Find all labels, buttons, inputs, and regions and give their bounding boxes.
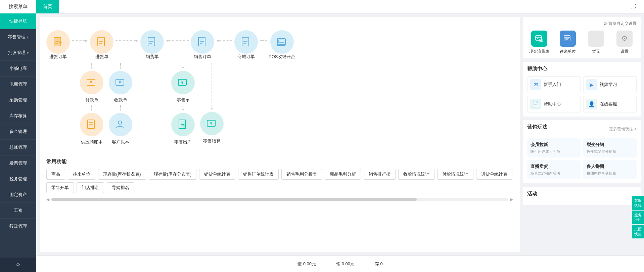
quick-nav-none[interactable]: 暂无 — [584, 31, 608, 54]
flow-node-purchase-order[interactable]: 进货订单 — [46, 30, 70, 60]
sidebar-item-ledger[interactable]: 总账管理 — [0, 140, 36, 155]
marketing-item-member[interactable]: 会员拉新 吸引用户成为会员 — [527, 138, 581, 157]
sidebar-item-purchase[interactable]: 采购管理 — [0, 92, 36, 108]
flow-node-payment-bill[interactable]: ¥ 付款单 — [80, 71, 103, 103]
sidebar-item-invoice[interactable]: 发票管理 — [0, 155, 36, 171]
settings-icon: ⚙ — [616, 31, 633, 47]
flow-node-sales-bill[interactable]: 销货单 — [140, 30, 164, 60]
svg-text:¥: ¥ — [181, 80, 184, 85]
scrollbar-thumb[interactable] — [51, 198, 417, 201]
scroll-left-arrow[interactable]: ◀ — [46, 197, 49, 202]
marketing-group-desc: 拼团购物享受优惠 — [587, 171, 633, 176]
quick-nav-units[interactable]: 往来单位 — [556, 31, 580, 54]
help-grid: ✉ 新手入门 ▶ 视频学习 📄 帮助中心 👤 — [527, 76, 637, 112]
flow-node-sales-order[interactable]: 销售订单 — [191, 30, 214, 60]
quick-btn-payment-stat[interactable]: 付款情况统计 — [437, 169, 473, 180]
marketing-live-desc: 场景式购物新玩法 — [531, 171, 577, 176]
fullscreen-button[interactable]: ⛶ — [631, 3, 637, 10]
quick-functions-title: 常用功能 — [46, 158, 513, 165]
marketing-group-title: 多人拼团 — [587, 164, 633, 170]
sidebar-item-assets[interactable]: 固定资产 — [0, 187, 36, 203]
marketing-member-title: 会员拉新 — [531, 142, 577, 148]
flow-node-retail-settlement[interactable]: ¥ 零售结算 — [200, 112, 224, 144]
sidebar-item-admin[interactable]: 行政管理 — [0, 219, 36, 234]
marketing-item-fission[interactable]: 裂变分销 裂变式发展分销商 — [583, 138, 637, 157]
help-item-beginner[interactable]: ✉ 新手入门 — [527, 76, 581, 93]
quick-btn-store-rank[interactable]: 门店排名 — [77, 182, 104, 193]
sidebar-item-finance[interactable]: 资金管理 — [0, 124, 36, 140]
bottom-purchase: 进 0.00元 — [297, 261, 316, 267]
activity-title: 活动 — [527, 191, 637, 197]
marketing-item-live[interactable]: 直播卖货 场景式购物新玩法 — [527, 160, 581, 179]
side-community[interactable]: 服务社区 — [632, 211, 644, 224]
sidebar-item-retail[interactable]: 零售管理 ▾ — [0, 29, 36, 45]
none-icon — [588, 31, 604, 47]
quick-btn-purchase-stat[interactable]: 进货单统计表 — [476, 169, 512, 180]
sidebar-item-wholesale[interactable]: 批发管理 ▾ — [0, 45, 36, 61]
sidebar-item-payroll[interactable]: 工资 — [0, 203, 36, 219]
side-customer-service[interactable]: 客服热线 — [632, 196, 644, 210]
help-item-video[interactable]: ▶ 视频学习 — [583, 76, 637, 93]
bottom-bar: 进 0.00元 销 0.00元 存 0 — [36, 255, 644, 272]
flow-diagram: 进货订单 ▶ — [46, 24, 513, 158]
scrollbar-track[interactable] — [51, 198, 508, 201]
quick-nav-section: ⚙ 首页自定义设置 ¥ — [523, 17, 641, 58]
helpcenter-icon: 📄 — [530, 99, 541, 109]
sidebar-item-quicknav[interactable]: 快捷导航 — [0, 13, 36, 29]
side-desktop[interactable]: 桌面快捷 — [632, 225, 644, 238]
quick-btn-receipt-stat[interactable]: 收款情况统计 — [398, 169, 434, 180]
horizontal-scrollbar[interactable]: ◀ ▶ — [46, 197, 513, 202]
bottom-sales: 销 0.00元 — [336, 261, 355, 267]
quick-btn-order-stat[interactable]: 销售订单统计表 — [238, 169, 279, 180]
flow-node-purchase-bill[interactable]: 进货单 — [90, 30, 113, 60]
flow-node-supplier-account[interactable]: 供应商账本 — [80, 113, 103, 145]
settings-gear-icon: ⚙ — [603, 21, 607, 26]
sidebar-settings-button[interactable]: ⚙ — [0, 258, 36, 272]
marketing-item-group[interactable]: 多人拼团 拼团购物享受优惠 — [583, 160, 637, 179]
svg-rect-44 — [564, 36, 570, 41]
sidebar-item-tax[interactable]: 税务管理 — [0, 171, 36, 187]
svg-point-36 — [183, 125, 186, 127]
help-section: 帮助中心 ✉ 新手入门 ▶ 视频学习 📄 帮助中心 — [523, 62, 641, 117]
beginner-label: 新手入门 — [544, 82, 561, 88]
quick-nav-settings[interactable]: ⚙ 设置 — [612, 31, 637, 54]
units-label: 往来单位 — [560, 49, 576, 54]
left-panel: 进货订单 ▶ — [40, 17, 520, 252]
quick-btn-sales-profit[interactable]: 销售毛利分析表 — [281, 169, 322, 180]
quick-btn-retail-order[interactable]: 零售开单 — [46, 182, 74, 193]
quick-btn-sales-rank[interactable]: 销售排行榜 — [364, 169, 396, 180]
help-title: 帮助中心 — [527, 66, 637, 72]
flow-node-retail-bill[interactable]: ¥ 零售单 — [171, 71, 195, 103]
quick-nav-cashflow[interactable]: ¥ 现金流量表 — [527, 31, 552, 54]
svg-text:¥: ¥ — [119, 80, 121, 85]
flow-node-pos[interactable]: POS收银开台 — [269, 30, 295, 60]
flow-node-retail-outbound[interactable]: 零售出库 — [171, 113, 195, 145]
more-marketing-link[interactable]: 更多营销玩法 > — [609, 126, 637, 132]
video-icon: ▶ — [586, 79, 597, 90]
sidebar-item-inventory[interactable]: 库存核算 — [0, 108, 36, 124]
help-item-service[interactable]: 👤 在线客服 — [583, 96, 637, 112]
sidebar-item-ecommerce[interactable]: 电商管理 — [0, 77, 36, 92]
flow-node-receipt-bill[interactable]: ¥ 收款单 — [109, 71, 132, 103]
marketing-title: 营销玩法 — [527, 124, 547, 130]
quick-btn-goods[interactable]: 商品 — [46, 169, 65, 180]
sidebar: 快捷导航 零售管理 ▾ 批发管理 ▾ 小畅电商 电商管理 采购管理 库存核算 资… — [0, 13, 36, 272]
homepage-settings-link[interactable]: ⚙ 首页自定义设置 — [603, 21, 637, 27]
quick-btn-sales-stat[interactable]: 销货单统计表 — [199, 169, 235, 180]
flow-node-mall-order[interactable]: 商城订单 — [234, 30, 258, 60]
home-tab[interactable]: 首页 — [36, 0, 59, 13]
scroll-right-arrow[interactable]: ▶ — [510, 197, 513, 202]
search-menu-button[interactable]: 搜索菜单 — [0, 0, 36, 13]
quick-btn-stock1[interactable]: 现存量(库存状况表) — [98, 169, 146, 180]
activity-section: 活动 — [523, 187, 641, 205]
svg-text:¥: ¥ — [90, 80, 92, 85]
sidebar-item-ecommerce-small[interactable]: 小畅电商 — [0, 61, 36, 77]
flow-node-customer-account[interactable]: 客户账本 — [109, 113, 132, 145]
quick-btn-stock2[interactable]: 现存量(库存分布表) — [149, 169, 197, 180]
quick-btn-goods-profit[interactable]: 商品毛利分析 — [325, 169, 361, 180]
quick-btn-units[interactable]: 往来单位 — [68, 169, 95, 180]
units-icon — [560, 31, 576, 47]
help-item-helpcenter[interactable]: 📄 帮助中心 — [527, 96, 581, 112]
quick-btn-guide-rank[interactable]: 导购排名 — [107, 182, 134, 193]
marketing-member-desc: 吸引用户成为会员 — [531, 149, 577, 154]
